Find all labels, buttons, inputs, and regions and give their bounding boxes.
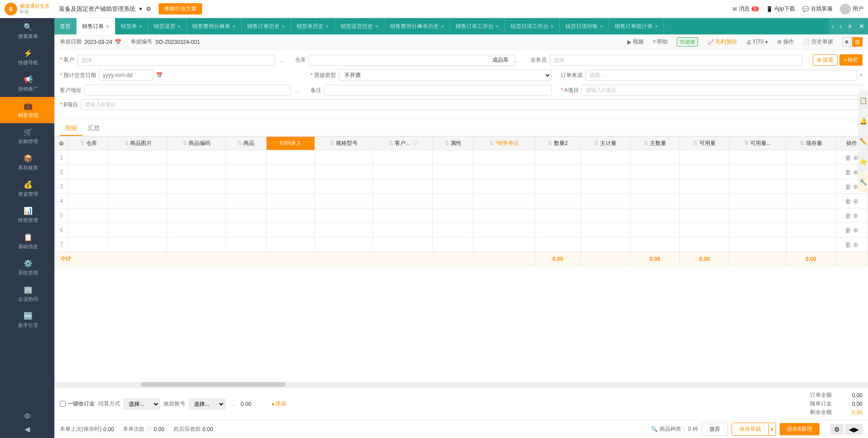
- solution-button[interactable]: 体验行业方案: [159, 3, 202, 14]
- row-copy-btn[interactable]: ⊕: [853, 226, 858, 234]
- message-item[interactable]: ✉ 消息 9: [732, 5, 759, 13]
- delivery-cal-icon[interactable]: 📅: [156, 72, 163, 78]
- cell-main-unit[interactable]: [581, 223, 630, 237]
- cell-product-code[interactable]: [167, 150, 226, 165]
- cell-qty2[interactable]: [535, 179, 581, 194]
- cell-available[interactable]: [679, 237, 729, 252]
- cell-stock[interactable]: [786, 194, 835, 208]
- tab-sales-goods-close[interactable]: ✕: [139, 24, 142, 29]
- cell-product[interactable]: [226, 165, 266, 179]
- print-btn[interactable]: 🖨 打印 ▾: [746, 38, 768, 46]
- cell-attribute[interactable]: [432, 179, 473, 194]
- title-dropdown-icon[interactable]: ▾: [139, 5, 142, 12]
- tab-order-history[interactable]: 销售订单历史 ✕: [242, 18, 291, 34]
- row-delete-btn[interactable]: 🗑: [845, 212, 851, 219]
- float-icon-4[interactable]: ⭐: [858, 152, 868, 172]
- cell-warehouse[interactable]: [68, 223, 109, 237]
- add-column-btn[interactable]: + 物栏: [839, 54, 863, 66]
- tab-daily-reconcile-close[interactable]: ✕: [600, 24, 603, 29]
- row-delete-btn[interactable]: 🗑: [845, 183, 851, 190]
- sidebar-item-system[interactable]: ⚙️ 系统管理: [0, 255, 54, 281]
- scroll-thumb[interactable]: [141, 382, 286, 387]
- cell-main-unit[interactable]: [581, 208, 630, 223]
- help-btn[interactable]: ? 帮助: [653, 38, 668, 46]
- cell-product-image[interactable]: [109, 165, 167, 179]
- sidebar-item-marketing[interactable]: 📢 营销推广: [0, 71, 54, 97]
- cell-warehouse[interactable]: [68, 237, 109, 252]
- cell-product-code[interactable]: [167, 179, 226, 194]
- cell-product-image[interactable]: [109, 179, 167, 194]
- row-delete-btn[interactable]: 🗑: [845, 241, 851, 248]
- cell-spec[interactable]: [315, 208, 373, 223]
- cell-main-qty[interactable]: [630, 194, 679, 208]
- cell-available2[interactable]: [729, 237, 786, 252]
- cell-available[interactable]: [679, 165, 729, 179]
- operation-btn[interactable]: ⚙ 操作: [777, 38, 794, 46]
- cell-product[interactable]: [226, 208, 266, 223]
- cell-attribute[interactable]: [432, 165, 473, 179]
- online-service-item[interactable]: 💬 在线客服: [802, 5, 833, 13]
- sidebar-item-search[interactable]: 🔍 搜索菜单: [0, 18, 54, 44]
- staff-input[interactable]: [549, 55, 802, 66]
- tab-daily-reconcile[interactable]: 钱货日清对账 ✕: [560, 18, 609, 34]
- sidebar-item-sales[interactable]: 💼 销售管理: [0, 97, 54, 123]
- tab-prev-btn[interactable]: ‹: [829, 18, 837, 34]
- tab-daily-workbench-close[interactable]: ✕: [550, 24, 554, 29]
- cell-stock[interactable]: [786, 223, 835, 237]
- user-item[interactable]: 用户: [840, 4, 863, 14]
- save-draft-dropdown[interactable]: ▾: [769, 423, 776, 436]
- cell-spec[interactable]: [315, 223, 373, 237]
- cell-warehouse[interactable]: [68, 150, 109, 165]
- bottom-collapse-btn[interactable]: ◀▶: [845, 424, 863, 435]
- cell-stock[interactable]: [786, 208, 835, 223]
- save-draft-btn[interactable]: 保存草稿: [732, 423, 769, 436]
- tab-sales-goods[interactable]: 销货单 ✕: [115, 18, 148, 34]
- float-icon-1[interactable]: 📋: [858, 91, 868, 111]
- cell-product-image[interactable]: [109, 194, 167, 208]
- sidebar-item-finance[interactable]: 💰 资金管理: [0, 176, 54, 202]
- row-copy-btn[interactable]: ⊕: [853, 197, 858, 205]
- cell-customer-info[interactable]: [373, 208, 432, 223]
- tab-close-all-btn[interactable]: ✕: [855, 18, 868, 34]
- cell-sales-unit[interactable]: [473, 237, 535, 252]
- cell-product-code[interactable]: [167, 208, 226, 223]
- cell-available[interactable]: [679, 223, 729, 237]
- cell-sales-unit[interactable]: [473, 150, 535, 165]
- invoice-type-select[interactable]: 不开票 增值税普通发票 增值税专用发票: [339, 69, 552, 81]
- account-select[interactable]: 选择...: [189, 399, 225, 409]
- cell-product-image[interactable]: [109, 208, 167, 223]
- cell-product-code[interactable]: [167, 194, 226, 208]
- settings-float-btn[interactable]: ⚙ 设置: [813, 54, 838, 66]
- cell-main-qty[interactable]: [630, 223, 679, 237]
- address-input[interactable]: [84, 85, 291, 96]
- sidebar-item-purchase[interactable]: 🛒 采购管理: [0, 123, 54, 149]
- tab-sales-stats[interactable]: 销售订单统计表 ✕: [609, 18, 664, 34]
- cell-sales-unit[interactable]: [473, 194, 535, 208]
- cell-customer-info[interactable]: [373, 150, 432, 165]
- save-new-btn[interactable]: 保存&新增: [780, 423, 820, 435]
- cell-product-image[interactable]: [109, 223, 167, 237]
- cell-warehouse[interactable]: [68, 179, 109, 194]
- tab-list-btn[interactable]: ≡: [844, 18, 855, 34]
- cell-main-unit[interactable]: [581, 194, 630, 208]
- tab-expense-history[interactable]: 销售费用分摊单历史 ✕: [384, 18, 450, 34]
- sidebar-item-inventory[interactable]: 📦 库存核算: [0, 149, 54, 176]
- tab-sales-return-close[interactable]: ✕: [177, 24, 181, 29]
- sidebar-item-guide[interactable]: 🆕 新手引导: [0, 307, 54, 333]
- cell-stock[interactable]: [786, 237, 835, 252]
- cell-available[interactable]: [679, 150, 729, 165]
- cell-sales-unit[interactable]: [473, 165, 535, 179]
- sidebar-item-operations[interactable]: 📊 经营管理: [0, 202, 54, 228]
- customer-input[interactable]: [77, 55, 275, 66]
- row-copy-btn[interactable]: ⊕: [853, 241, 858, 248]
- notes-input[interactable]: [324, 85, 552, 96]
- cell-qty2[interactable]: [535, 194, 581, 208]
- cell-product[interactable]: [226, 223, 266, 237]
- cell-customer-info[interactable]: [373, 165, 432, 179]
- tab-order-workbench[interactable]: 销售订单工作台 ✕: [450, 18, 505, 34]
- tab-sales-order-close[interactable]: ✕: [106, 24, 109, 29]
- cell-main-unit[interactable]: [581, 150, 630, 165]
- quick-checkout-checkbox[interactable]: 一键收订金: [60, 400, 95, 408]
- cell-product-code[interactable]: [167, 223, 226, 237]
- tab-sales-order[interactable]: 销售订单 ✕: [77, 18, 115, 34]
